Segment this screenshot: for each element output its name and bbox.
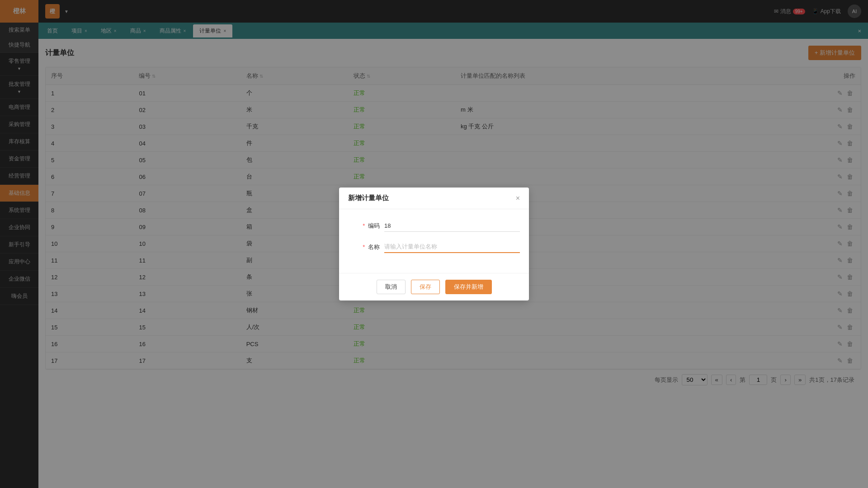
name-input[interactable] — [384, 241, 520, 253]
cancel-button[interactable]: 取消 — [377, 280, 406, 294]
name-form-row: * 名称 — [348, 241, 520, 253]
save-button[interactable]: 保存 — [411, 280, 440, 294]
code-label: * 编码 — [348, 222, 380, 230]
modal-header: 新增计量单位 × — [339, 188, 529, 209]
label-text: 名称 — [368, 244, 380, 250]
modal-title: 新增计量单位 — [348, 194, 389, 202]
code-form-row: * 编码 — [348, 220, 520, 232]
modal-overlay: 新增计量单位 × * 编码 * 名称 取消 保存 保存并新增 — [0, 0, 868, 488]
required-mark: * — [363, 222, 365, 229]
code-input[interactable] — [384, 220, 520, 232]
modal-footer: 取消 保存 保存并新增 — [339, 273, 529, 300]
save-and-new-button[interactable]: 保存并新增 — [445, 280, 492, 294]
name-label: * 名称 — [348, 243, 380, 251]
label-text: 编码 — [368, 222, 380, 229]
modal-body: * 编码 * 名称 — [339, 209, 529, 273]
add-unit-modal: 新增计量单位 × * 编码 * 名称 取消 保存 保存并新增 — [339, 188, 529, 300]
required-mark: * — [363, 244, 365, 250]
modal-close-button[interactable]: × — [516, 194, 520, 202]
